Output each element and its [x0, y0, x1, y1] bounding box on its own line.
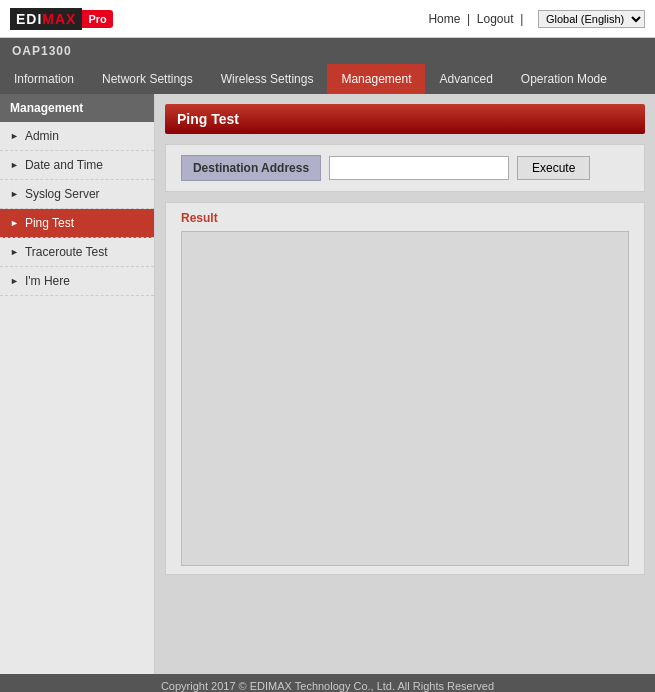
arrow-icon: ► — [10, 189, 19, 199]
sidebar-item-im-here[interactable]: ► I'm Here — [0, 267, 154, 296]
nav-item-network-settings[interactable]: Network Settings — [88, 64, 207, 94]
nav-item-advanced[interactable]: Advanced — [425, 64, 506, 94]
home-link[interactable]: Home — [428, 12, 460, 26]
main-layout: Management ► Admin ► Date and Time ► Sys… — [0, 94, 655, 674]
execute-button[interactable]: Execute — [517, 156, 590, 180]
content-area: Ping Test Destination Address Execute Re… — [155, 94, 655, 674]
arrow-icon: ► — [10, 131, 19, 141]
sidebar-item-syslog-server[interactable]: ► Syslog Server — [0, 180, 154, 209]
nav-item-wireless-settings[interactable]: Wireless Settings — [207, 64, 328, 94]
sidebar-item-label: Traceroute Test — [25, 245, 108, 259]
top-links: Home | Logout | Global (English) — [428, 10, 645, 28]
nav-item-operation-mode[interactable]: Operation Mode — [507, 64, 621, 94]
sidebar-item-label: Date and Time — [25, 158, 103, 172]
footer-text: Copyright 2017 © EDIMAX Technology Co., … — [161, 680, 494, 692]
sidebar-title: Management — [0, 94, 154, 122]
result-section: Result — [165, 202, 645, 575]
result-label: Result — [181, 211, 629, 225]
logo-pro: Pro — [82, 10, 112, 28]
nav-item-management[interactable]: Management — [327, 64, 425, 94]
arrow-icon: ► — [10, 218, 19, 228]
nav-bar: Information Network Settings Wireless Se… — [0, 64, 655, 94]
page-title: Ping Test — [165, 104, 645, 134]
arrow-icon: ► — [10, 247, 19, 257]
top-bar: EDIMAX Pro Home | Logout | Global (Engli… — [0, 0, 655, 38]
destination-address-input[interactable] — [329, 156, 509, 180]
sidebar-item-label: Admin — [25, 129, 59, 143]
result-box — [181, 231, 629, 566]
device-label: OAP1300 — [0, 38, 655, 64]
arrow-icon: ► — [10, 276, 19, 286]
sidebar-item-admin[interactable]: ► Admin — [0, 122, 154, 151]
logo-area: EDIMAX Pro — [10, 8, 113, 30]
nav-item-information[interactable]: Information — [0, 64, 88, 94]
sidebar-item-ping-test[interactable]: ► Ping Test — [0, 209, 154, 238]
language-select[interactable]: Global (English) — [538, 10, 645, 28]
destination-address-label: Destination Address — [181, 155, 321, 181]
sidebar: Management ► Admin ► Date and Time ► Sys… — [0, 94, 155, 674]
sidebar-item-label: I'm Here — [25, 274, 70, 288]
arrow-icon: ► — [10, 160, 19, 170]
sidebar-item-label: Syslog Server — [25, 187, 100, 201]
logout-link[interactable]: Logout — [477, 12, 514, 26]
sidebar-item-traceroute-test[interactable]: ► Traceroute Test — [0, 238, 154, 267]
ping-form: Destination Address Execute — [165, 144, 645, 192]
footer: Copyright 2017 © EDIMAX Technology Co., … — [0, 674, 655, 692]
sidebar-item-date-and-time[interactable]: ► Date and Time — [0, 151, 154, 180]
sidebar-item-label: Ping Test — [25, 216, 74, 230]
form-row: Destination Address Execute — [181, 155, 629, 181]
logo: EDIMAX — [10, 8, 82, 30]
